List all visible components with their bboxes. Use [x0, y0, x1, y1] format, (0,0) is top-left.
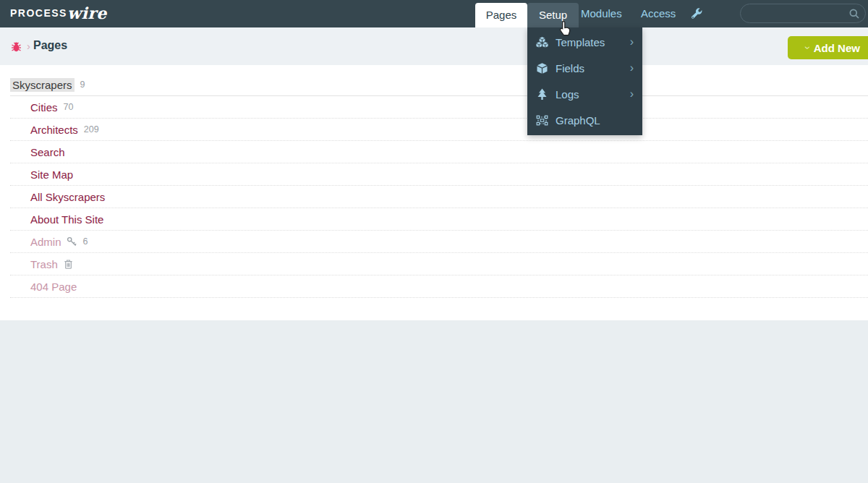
tree-icon: [536, 88, 548, 101]
mouse-cursor-pointer: [558, 20, 572, 37]
wrench-icon[interactable]: [691, 8, 702, 20]
key-icon: [67, 236, 77, 247]
search-input[interactable]: [749, 5, 847, 22]
page-link-all-skyscrapers[interactable]: All Skyscrapers: [30, 191, 105, 203]
search-box: [740, 4, 866, 23]
page-count: 6: [83, 236, 88, 247]
add-new-button[interactable]: ›Add New: [788, 36, 868, 59]
page-link-admin[interactable]: Admin: [30, 236, 61, 248]
page-link-skyscrapers[interactable]: Skyscrapers: [10, 78, 75, 92]
page-link-site-map[interactable]: Site Map: [30, 168, 73, 181]
footer: ProcessWire 3.0.46 © 2017 Advanced Mode …: [0, 320, 868, 483]
chevron-down-icon: ›: [796, 46, 820, 50]
page-link-architects[interactable]: Architects: [30, 124, 78, 136]
top-navbar: PROCESSwire Pages Setup Modules Access: [0, 0, 868, 27]
page-link-trash[interactable]: Trash: [30, 258, 58, 270]
page-link-search[interactable]: Search: [30, 146, 65, 158]
page-link-cities[interactable]: Cities: [30, 101, 58, 114]
page-tree: Skyscrapers 9 Cities 70 Architects 209 S…: [10, 74, 868, 298]
menu-item-graphql[interactable]: GraphQL: [527, 107, 642, 133]
tree-row-admin: Admin 6: [10, 231, 868, 253]
submenu-chevron-icon: ›: [630, 62, 634, 74]
cubes-icon: [536, 36, 548, 48]
menu-item-templates[interactable]: Templates ›: [527, 29, 642, 55]
processwire-logo[interactable]: PROCESSwire: [10, 4, 107, 22]
tree-row-search: Search: [10, 141, 868, 163]
trash-icon: [63, 259, 74, 270]
page-count: 209: [84, 124, 99, 134]
menu-item-fields[interactable]: Fields ›: [527, 55, 642, 81]
menu-item-label: Templates: [556, 36, 605, 48]
object-group-icon: [536, 114, 548, 127]
menu-item-label: Logs: [556, 88, 579, 101]
menu-item-label: GraphQL: [556, 114, 600, 127]
menu-item-logs[interactable]: Logs ›: [527, 81, 642, 107]
tree-row-cities: Cities 70: [10, 96, 868, 119]
tree-row-architects: Architects 209: [10, 119, 868, 141]
tree-row-skyscrapers: Skyscrapers 9: [10, 74, 868, 96]
page-count: 9: [80, 80, 85, 90]
add-new-label: Add New: [814, 42, 860, 54]
tab-access[interactable]: Access: [641, 0, 676, 27]
menu-item-label: Fields: [556, 62, 584, 74]
submenu-chevron-icon: ›: [630, 36, 634, 48]
debug-bug-icon[interactable]: [10, 40, 22, 53]
page-title: Pages: [33, 39, 67, 52]
tree-row-site-map: Site Map: [10, 163, 868, 186]
tree-row-all-skyscrapers: All Skyscrapers: [10, 186, 868, 208]
tree-row-trash: Trash: [10, 253, 868, 275]
tree-row-404-page: 404 Page: [10, 275, 868, 298]
logo-text-primary: PROCESS: [10, 7, 67, 19]
page-count: 70: [64, 102, 74, 112]
tab-modules[interactable]: Modules: [581, 0, 622, 27]
page-link-404-page[interactable]: 404 Page: [30, 281, 77, 293]
page-link-about-this-site[interactable]: About This Site: [30, 213, 103, 226]
breadcrumb-chevron-icon: ›: [27, 40, 30, 52]
search-icon[interactable]: [848, 8, 860, 20]
setup-dropdown-menu: Templates › Fields › Logs ›: [527, 27, 642, 135]
breadcrumb-bar: › Pages: [0, 27, 868, 65]
logo-text-secondary: wire: [67, 4, 107, 22]
submenu-chevron-icon: ›: [630, 88, 634, 100]
cube-icon: [536, 62, 548, 74]
tree-row-about-this-site: About This Site: [10, 208, 868, 231]
tab-pages[interactable]: Pages: [475, 3, 527, 27]
